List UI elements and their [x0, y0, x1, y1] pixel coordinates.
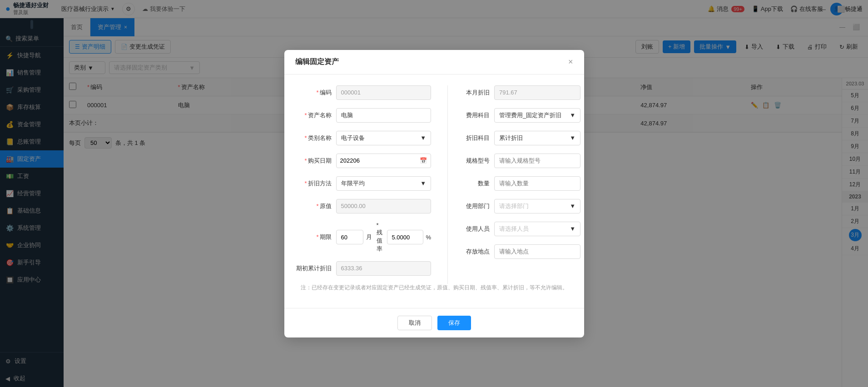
period-label: *期限 [295, 233, 336, 241]
form-row-asset-name: *资产名称 [295, 108, 432, 123]
form-row-monthly-depr: 本月折旧 [453, 85, 580, 100]
form-row-category: *类别名称 电子设备 ▼ [295, 131, 432, 145]
form-row-location: 存放地点 [453, 244, 580, 259]
user-label: 使用人员 [453, 225, 494, 233]
expense-subject-label: 费用科目 [453, 111, 494, 119]
method-label: *折旧方法 [295, 179, 336, 188]
calendar-icon: 📅 [420, 157, 427, 164]
form-right-col: 本月折旧 费用科目 管理费用_固定资产折旧 ▼ 折旧科目 [442, 85, 580, 284]
monthly-depr-label: 本月折旧 [453, 89, 494, 97]
period-residual-inline: 月 *残值率 % [336, 222, 432, 253]
user-chevron-icon: ▼ [570, 225, 575, 232]
residual-rate-input[interactable] [387, 230, 423, 244]
purchase-date-input[interactable]: 📅 [336, 154, 432, 168]
original-value-input[interactable] [336, 199, 432, 213]
location-label: 存放地点 [453, 248, 494, 256]
form-left-col: *编码 *资产名称 *类别名称 电子设备 ▼ [295, 85, 442, 284]
form-row-method: *折旧方法 年限平均 ▼ [295, 176, 432, 191]
form-row-department: 使用部门 请选择部门 ▼ [453, 199, 580, 213]
quantity-input[interactable] [494, 176, 580, 191]
code-input[interactable] [336, 85, 432, 100]
department-select[interactable]: 请选择部门 ▼ [494, 199, 580, 213]
form-row-user: 使用人员 请选择人员 ▼ [453, 222, 580, 236]
period-input[interactable] [336, 230, 363, 244]
modal-note: 注：已经存在变更记录或者对应固定资产已经生成凭证，原值、购买日期、残值率、累计折… [295, 284, 573, 297]
asset-name-label: *资产名称 [295, 111, 336, 119]
modal-close-btn[interactable]: × [568, 57, 573, 67]
method-chevron-icon: ▼ [420, 180, 426, 187]
code-label: *编码 [295, 89, 336, 97]
location-input[interactable] [494, 244, 580, 259]
depr-subject-label: 折旧科目 [453, 134, 494, 142]
form-row-code: *编码 [295, 85, 432, 100]
department-chevron-icon: ▼ [570, 203, 575, 209]
form-row-initial-accum: 期初累计折旧 [295, 261, 432, 276]
method-select[interactable]: 年限平均 ▼ [336, 176, 432, 191]
original-value-label: *原值 [295, 202, 336, 210]
asset-name-input[interactable] [336, 108, 432, 123]
user-select[interactable]: 请选择人员 ▼ [494, 222, 580, 236]
residual-rate-unit: % [426, 234, 432, 241]
department-label: 使用部门 [453, 202, 494, 210]
form-row-expense-subject: 费用科目 管理费用_固定资产折旧 ▼ [453, 108, 580, 123]
expense-subject-chevron-icon: ▼ [570, 112, 575, 119]
category-select[interactable]: 电子设备 ▼ [336, 131, 432, 145]
form-row-depr-subject: 折旧科目 累计折旧 ▼ [453, 131, 580, 145]
period-unit: 月 [366, 233, 372, 241]
modal-overlay: 编辑固定资产 × *编码 *资产名称 [0, 0, 868, 387]
category-label: *类别名称 [295, 134, 336, 142]
modal-title: 编辑固定资产 [295, 57, 339, 67]
monthly-depr-input [494, 85, 580, 100]
expense-subject-select[interactable]: 管理费用_固定资产折旧 ▼ [494, 108, 580, 123]
depr-subject-chevron-icon: ▼ [570, 134, 575, 141]
edit-asset-modal: 编辑固定资产 × *编码 *资产名称 [284, 50, 584, 337]
spec-model-input[interactable] [494, 154, 580, 168]
depr-subject-select[interactable]: 累计折旧 ▼ [494, 131, 580, 145]
initial-accum-input[interactable] [336, 261, 432, 276]
form-row-spec-model: 规格型号 [453, 154, 580, 168]
purchase-date-text[interactable] [340, 157, 418, 164]
purchase-date-label: *购买日期 [295, 157, 336, 165]
modal-footer: 取消 保存 [284, 308, 584, 337]
category-chevron-icon: ▼ [420, 134, 426, 141]
form-row-quantity: 数量 [453, 176, 580, 191]
initial-accum-label: 期初累计折旧 [295, 264, 336, 273]
modal-body: *编码 *资产名称 *类别名称 电子设备 ▼ [284, 74, 584, 308]
spec-model-label: 规格型号 [453, 157, 494, 165]
form-row-original-value: *原值 [295, 199, 432, 213]
form-row-purchase-date: *购买日期 📅 [295, 154, 432, 168]
cancel-button[interactable]: 取消 [397, 316, 432, 330]
form-row-period: *期限 月 *残值率 % [295, 222, 432, 253]
quantity-label: 数量 [453, 179, 494, 188]
save-button[interactable]: 保存 [437, 316, 471, 330]
modal-header: 编辑固定资产 × [284, 50, 584, 74]
